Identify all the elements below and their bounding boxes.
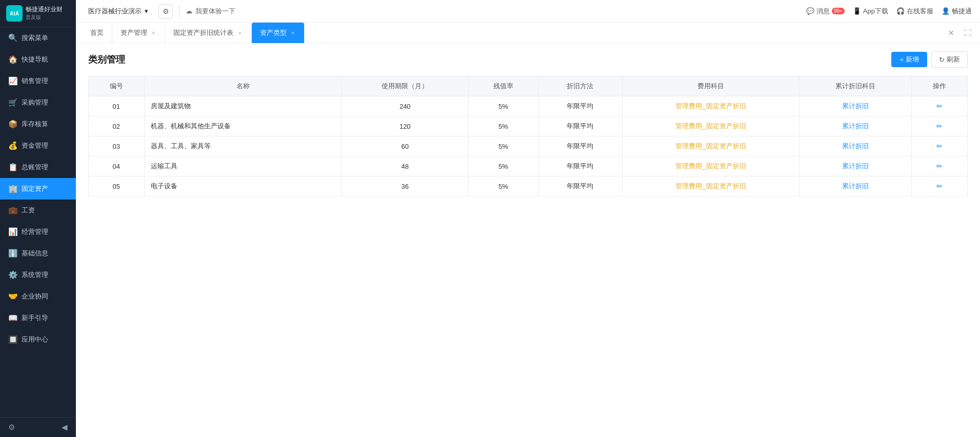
cell-op-1: ✏ <box>912 116 968 136</box>
sidebar-icon-inventory: 📦 <box>8 120 17 129</box>
sidebar-item-basic-info[interactable]: ℹ️ 基础信息 <box>0 243 76 264</box>
sidebar-label-salary: 工资 <box>22 206 35 215</box>
sidebar-label-system: 系统管理 <box>22 270 48 280</box>
gear-icon: ⚙ <box>163 7 169 15</box>
tab-asset-mgmt[interactable]: 资产管理 × <box>112 23 165 43</box>
company-selector[interactable]: 医疗器械行业演示 ▾ <box>84 5 152 18</box>
cell-expense-4: 管理费用_固定资产折旧 <box>622 176 799 196</box>
cell-residual-4: 5% <box>468 176 538 196</box>
collapse-icon[interactable]: ◀ <box>62 423 68 432</box>
sidebar-logo: AtA 畅捷通好业财 普及版 <box>0 0 76 27</box>
messages-label: 消息 <box>816 7 830 16</box>
tab-depreciation-table-close[interactable]: × <box>236 29 243 36</box>
cell-op-3: ✏ <box>912 156 968 176</box>
sidebar-icon-quick-nav: 🏠 <box>8 55 17 64</box>
table-row: 03 器具、工具、家具等 60 5% 年限平均 管理费用_固定资产折旧 累计折旧… <box>89 136 968 156</box>
tab-depreciation-table[interactable]: 固定资产折旧统计表 × <box>165 23 251 43</box>
sidebar-label-purchase: 采购管理 <box>22 98 48 107</box>
sidebar-item-sales[interactable]: 📈 销售管理 <box>0 70 76 92</box>
cell-code-3: 04 <box>89 156 145 176</box>
cell-name-4: 电子设备 <box>144 176 342 196</box>
topbar: 医疗器械行业演示 ▾ ⚙ ☁ 我要体验一下 💬 消息 99+ 📱 App下载 🎧… <box>76 0 980 23</box>
sidebar-label-guide: 新手引导 <box>22 313 48 323</box>
sidebar-item-guide[interactable]: 📖 新手引导 <box>0 307 76 329</box>
sidebar-icon-sales: 📈 <box>8 76 17 86</box>
message-icon: 💬 <box>806 7 814 15</box>
table-body: 01 房屋及建筑物 240 5% 年限平均 管理费用_固定资产折旧 累计折旧 ✏… <box>89 96 968 196</box>
tab-asset-type-close[interactable]: × <box>290 29 296 36</box>
online-service-button[interactable]: 🎧 在线客服 <box>896 7 933 16</box>
cell-op-4: ✏ <box>912 176 968 196</box>
sidebar-label-sales: 销售管理 <box>22 76 48 86</box>
company-name: 医疗器械行业演示 <box>88 7 142 16</box>
sidebar-item-system[interactable]: ⚙️ 系统管理 <box>0 264 76 286</box>
experience-button[interactable]: ☁ 我要体验一下 <box>186 7 235 16</box>
sidebar-label-funds: 资金管理 <box>22 141 48 150</box>
sidebar-item-app-center[interactable]: 🔲 应用中心 <box>0 329 76 350</box>
sidebar-item-search[interactable]: 🔍 搜索菜单 <box>0 27 76 49</box>
tab-home[interactable]: 首页 <box>82 23 112 43</box>
app-download-button[interactable]: 📱 App下载 <box>853 7 888 16</box>
cell-expense-3: 管理费用_固定资产折旧 <box>622 156 799 176</box>
sidebar-label-basic-info: 基础信息 <box>22 249 48 258</box>
sidebar-item-ledger[interactable]: 📋 总账管理 <box>0 156 76 178</box>
edit-button-0[interactable]: ✏ <box>936 102 943 110</box>
edit-button-4[interactable]: ✏ <box>936 182 943 190</box>
table-row: 04 运输工具 48 5% 年限平均 管理费用_固定资产折旧 累计折旧 ✏ <box>89 156 968 176</box>
edit-button-2[interactable]: ✏ <box>936 142 943 150</box>
topbar-right: 💬 消息 99+ 📱 App下载 🎧 在线客服 👤 畅捷通 <box>806 7 972 16</box>
sidebar-label-search: 搜索菜单 <box>22 33 48 43</box>
settings-button[interactable]: ⚙ <box>158 4 173 18</box>
tab-asset-mgmt-close[interactable]: × <box>150 29 156 36</box>
cell-accum-1: 累计折旧 <box>799 116 912 136</box>
sidebar-icon-fixed-assets: 🏢 <box>8 184 17 193</box>
new-button[interactable]: + 新增 <box>891 52 927 67</box>
sidebar-icon-basic-info: ℹ️ <box>8 249 17 258</box>
table-row: 01 房屋及建筑物 240 5% 年限平均 管理费用_固定资产折旧 累计折旧 ✏ <box>89 96 968 116</box>
sidebar-bottom: ⚙ ◀ <box>0 417 76 437</box>
cell-residual-1: 5% <box>468 116 538 136</box>
tab-asset-type[interactable]: 资产类型 × <box>252 23 305 43</box>
sidebar-item-operations[interactable]: 📊 经营管理 <box>0 221 76 243</box>
tab-asset-type-label: 资产类型 <box>260 28 287 37</box>
user-button[interactable]: 👤 畅捷通 <box>942 7 972 16</box>
cell-residual-3: 5% <box>468 156 538 176</box>
col-depreciation-method: 折旧方法 <box>538 76 622 96</box>
sidebar-item-inventory[interactable]: 📦 库存核算 <box>0 113 76 135</box>
page-header: 类别管理 + 新增 ↻ 刷新 <box>88 51 968 68</box>
cell-name-2: 器具、工具、家具等 <box>144 136 342 156</box>
sidebar-item-enterprise[interactable]: 🤝 企业协同 <box>0 286 76 307</box>
cell-method-3: 年限平均 <box>538 156 622 176</box>
refresh-button[interactable]: ↻ 刷新 <box>931 51 968 68</box>
sidebar-label-enterprise: 企业协同 <box>22 292 48 301</box>
table-row: 05 电子设备 36 5% 年限平均 管理费用_固定资产折旧 累计折旧 ✏ <box>89 176 968 196</box>
sidebar-label-inventory: 库存核算 <box>22 120 48 129</box>
logo-icon: AtA <box>6 5 23 22</box>
messages-button[interactable]: 💬 消息 99+ <box>806 7 845 16</box>
page-title: 类别管理 <box>88 53 125 66</box>
main-area: 医疗器械行业演示 ▾ ⚙ ☁ 我要体验一下 💬 消息 99+ 📱 App下载 🎧… <box>76 0 980 437</box>
new-button-label: 新增 <box>906 55 919 64</box>
settings-icon[interactable]: ⚙ <box>8 423 15 432</box>
cell-method-4: 年限平均 <box>538 176 622 196</box>
edit-button-3[interactable]: ✏ <box>936 162 943 170</box>
logo-title: 畅捷通好业财 <box>26 6 63 14</box>
col-residual-rate: 残值率 <box>468 76 538 96</box>
tabbar: 首页 资产管理 × 固定资产折旧统计表 × 资产类型 × ✕ ⛶ <box>76 23 980 43</box>
tab-expand-button[interactable]: ⛶ <box>962 27 974 39</box>
sidebar-item-funds[interactable]: 💰 资金管理 <box>0 135 76 156</box>
sidebar-item-quick-nav[interactable]: 🏠 快捷导航 <box>0 49 76 70</box>
sidebar-item-fixed-assets[interactable]: 🏢 固定资产 <box>0 178 76 200</box>
headset-icon: 🎧 <box>896 7 905 15</box>
tab-depreciation-table-label: 固定资产折旧统计表 <box>173 28 233 37</box>
edit-button-1[interactable]: ✏ <box>936 122 943 130</box>
table-header: 编号 名称 使用期限（月） 残值率 折旧方法 费用科目 累计折旧科目 操作 <box>89 76 968 96</box>
sidebar-icon-guide: 📖 <box>8 313 17 323</box>
col-usage-period: 使用期限（月） <box>342 76 468 96</box>
tab-close-button[interactable]: ✕ <box>945 27 957 39</box>
app-download-label: App下载 <box>863 7 888 16</box>
sidebar-item-salary[interactable]: 💼 工资 <box>0 200 76 221</box>
col-expense-account: 费用科目 <box>622 76 799 96</box>
cell-code-2: 03 <box>89 136 145 156</box>
sidebar-item-purchase[interactable]: 🛒 采购管理 <box>0 92 76 113</box>
